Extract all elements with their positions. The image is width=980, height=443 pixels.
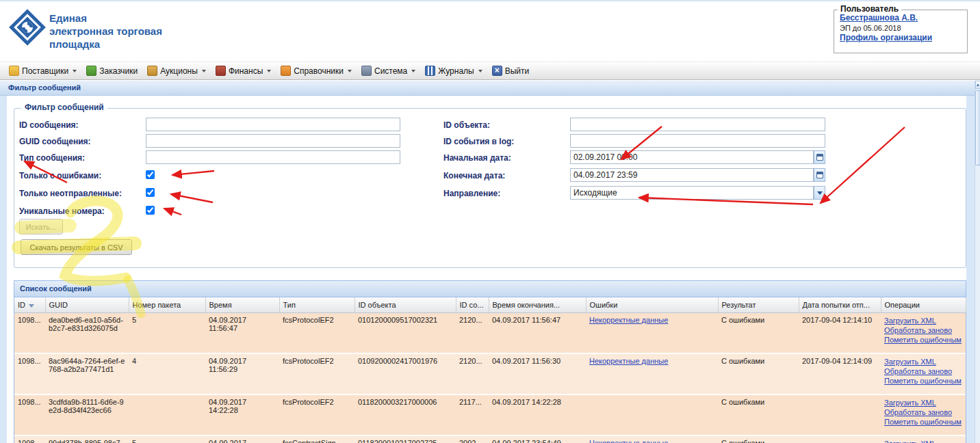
column-header-time[interactable]: Время: [205, 297, 279, 312]
menu-auctions[interactable]: Аукционы: [144, 63, 212, 79]
log-event-id-input[interactable]: [570, 134, 825, 148]
op-mark-error-link[interactable]: Пометить ошибочным: [884, 335, 962, 345]
op-reprocess-link[interactable]: Обработать заново: [884, 325, 962, 335]
direction-label: Направление:: [443, 189, 500, 198]
menu-journals[interactable]: Журналы: [422, 63, 488, 79]
errors-only-checkbox[interactable]: [146, 170, 155, 179]
unique-numbers-checkbox[interactable]: [146, 206, 155, 215]
unsent-only-checkbox[interactable]: [146, 188, 155, 197]
finance-icon: [216, 66, 226, 76]
cell-result: С ошибками: [718, 353, 799, 394]
cell-attempt-date: [799, 394, 881, 435]
menu-exit[interactable]: Выйти: [489, 63, 536, 79]
suppliers-icon: [9, 66, 19, 76]
cell-errors: Некорректные данные: [586, 435, 718, 443]
download-csv-button[interactable]: Скачать результаты в CSV: [21, 239, 132, 255]
column-header-type[interactable]: Тип: [279, 297, 354, 312]
column-header-operations[interactable]: Операции: [881, 297, 966, 312]
guid-label: GUID сообщения:: [19, 137, 91, 146]
cell-operations: Загрузить XML Обработать заново Пометить…: [881, 312, 966, 353]
vertical-scrollbar[interactable]: [975, 81, 980, 443]
column-header-packet[interactable]: Номер пакета: [129, 297, 205, 312]
table-row[interactable]: 1098... dea0bed6-ea10-a56d-b2c7-e831d326…: [14, 312, 966, 353]
column-header-errors[interactable]: Ошибки: [586, 297, 718, 312]
main-menu: Поставщики Заказчики Аукционы Финансы Сп…: [0, 62, 980, 80]
search-button[interactable]: Искать...: [19, 219, 63, 234]
column-header-guid[interactable]: GUID: [45, 297, 129, 312]
unique-numbers-label: Уникальные номера:: [19, 206, 105, 216]
top-border: [0, 0, 980, 1]
menu-directories[interactable]: Справочники: [277, 63, 358, 79]
cell-object-id: 0101200009517002321: [354, 312, 456, 353]
cell-id: 1098...: [14, 312, 45, 353]
end-date-calendar-button[interactable]: [814, 168, 825, 182]
op-mark-error-link[interactable]: Пометить ошибочным: [884, 417, 962, 427]
direction-select[interactable]: Исходящие: [570, 186, 814, 200]
object-id-label: ID объекта:: [443, 120, 490, 130]
filter-legend: Фильтр сообщений: [21, 103, 107, 112]
customers-icon: [86, 66, 96, 76]
start-date-calendar-button[interactable]: [814, 150, 825, 164]
menu-suppliers[interactable]: Поставщики: [5, 63, 83, 79]
cell-packet-number: 4: [129, 353, 205, 394]
cell-time: 04.09.2017 14:22:28: [205, 394, 279, 435]
calendar-icon: [816, 154, 823, 161]
menu-customers[interactable]: Заказчики: [83, 63, 144, 79]
table-row[interactable]: 1098... 99dd378b-8895-98c7-cb5f-3a41e72b…: [14, 435, 966, 443]
op-load-xml-link[interactable]: Загрузить XML: [884, 439, 962, 443]
column-header-object-id[interactable]: ID объекта: [354, 297, 456, 312]
errors-link[interactable]: Некорректные данные: [589, 357, 668, 365]
direction-dropdown-button[interactable]: [814, 186, 825, 200]
message-id-input[interactable]: [146, 118, 400, 131]
start-date-input[interactable]: [570, 150, 814, 164]
cell-guid: dea0bed6-ea10-a56d-b2c7-e831d326075d: [45, 312, 129, 353]
guid-input[interactable]: [146, 134, 400, 148]
cell-id-so: 2117...: [456, 394, 489, 435]
op-load-xml-link[interactable]: Загрузить XML: [884, 398, 962, 407]
op-load-xml-link[interactable]: Загрузить XML: [884, 316, 962, 325]
menu-system[interactable]: Система: [358, 63, 422, 79]
scroll-up-button[interactable]: [975, 81, 980, 89]
op-reprocess-link[interactable]: Обработать заново: [884, 366, 962, 376]
cell-id-so: 2120...: [456, 312, 489, 353]
user-panel: Пользователь Бесстрашнова А.В. ЭП до 05.…: [834, 10, 968, 53]
org-profile-link[interactable]: Профиль организации: [840, 33, 967, 42]
op-reprocess-link[interactable]: Обработать заново: [884, 407, 962, 417]
cell-time: 04.09.2017 11:56:29: [205, 353, 279, 394]
cell-operations: Загрузить XML Обработать заново Пометить…: [881, 353, 966, 394]
cell-type: fcsProtocolEF2: [279, 353, 354, 394]
column-header-attempt-date[interactable]: Дата попытки отп...: [799, 297, 881, 312]
cell-id: 1098...: [14, 394, 45, 435]
cell-packet-number: 5: [129, 312, 205, 353]
op-load-xml-link[interactable]: Загрузить XML: [884, 357, 962, 366]
cell-result: С ошибками: [718, 435, 799, 443]
cell-id-so: 2092...: [456, 435, 489, 443]
end-date-input[interactable]: [570, 168, 814, 182]
user-cert-info: ЭП до 05.06.2018: [840, 24, 967, 32]
column-header-id[interactable]: ID: [14, 297, 45, 312]
exit-icon: [492, 66, 502, 76]
message-type-input[interactable]: [146, 150, 400, 164]
table-row[interactable]: 1098... 8ac9644a-7264-e6ef-e768-a2b2a774…: [14, 353, 966, 394]
column-header-result[interactable]: Результат: [718, 297, 799, 312]
cell-object-id: 0118200003217000006: [354, 394, 456, 435]
op-mark-error-link[interactable]: Пометить ошибочным: [884, 376, 962, 386]
user-name-link[interactable]: Бесстрашнова А.В.: [840, 13, 967, 23]
user-panel-title: Пользователь: [838, 4, 901, 14]
menu-finance[interactable]: Финансы: [212, 63, 277, 79]
cell-object-id: 0109200002417001976: [354, 353, 456, 394]
cell-operations: Загрузить XML Обработать заново Пометить…: [881, 394, 966, 435]
logo: [8, 8, 47, 46]
column-header-id-so[interactable]: ID со...: [456, 297, 489, 312]
cell-end-time: 04.09.2017 11:56:30: [489, 353, 586, 394]
chevron-down-icon: [817, 191, 823, 195]
object-id-input[interactable]: [570, 118, 825, 131]
column-header-end-time[interactable]: Время окончания...: [489, 297, 586, 312]
table-row[interactable]: 1098... 3cdfda9b-8111-6d6e-9e2d-8d34f423…: [14, 394, 966, 435]
messages-panel: Список сообщений ID GUID Номер пакета Вр…: [14, 280, 966, 443]
cell-attempt-date: [799, 435, 881, 443]
table-header-row: ID GUID Номер пакета Время Тип ID объект…: [14, 297, 966, 312]
errors-link[interactable]: Некорректные данные: [589, 439, 668, 443]
scrollbar-thumb[interactable]: [975, 90, 980, 165]
errors-link[interactable]: Некорректные данные: [589, 316, 668, 324]
